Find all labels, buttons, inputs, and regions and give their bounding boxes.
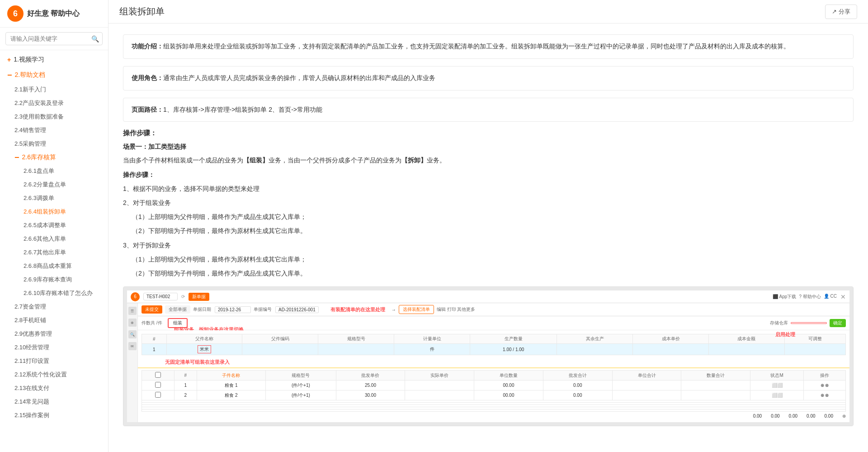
sidebar-item-sales[interactable]: 2.4销售管理 [0, 124, 108, 137]
role-block: 使用角色：通常由生产人员或库管人员完成拆装业务的操作，库管人员确认原材料的出库和… [123, 66, 854, 90]
mock-side-icon-2[interactable]: ⊕ [128, 319, 137, 327]
mock-company-dropdown[interactable]: TEST-H002 [143, 293, 178, 300]
collapse-icon: − [7, 71, 12, 79]
mock-ltd-ap2 [405, 390, 474, 400]
sidebar-header: 6 好生意 帮助中心 [0, 0, 108, 28]
mock-ltd-ut2 [612, 390, 681, 400]
top-bar: 组装拆卸单 ↗ 分享 [108, 0, 868, 24]
mock-td-camount [709, 344, 785, 355]
sidebar-item-inventory-ledger[interactable]: 2.6.9库存账本查询 [0, 273, 108, 286]
sidebar-item-coupon[interactable]: 2.9优惠券管理 [0, 327, 108, 341]
sidebar-item-print[interactable]: 2.11打印设置 [0, 354, 108, 368]
sidebar-item-mobile[interactable]: 2.8手机旺铺 [0, 314, 108, 327]
sidebar-item-inventory-fix[interactable]: 2.6.10库存账本错了怎么办 [0, 286, 108, 300]
search-input[interactable] [5, 32, 103, 45]
share-button[interactable]: ↗ 分享 [825, 5, 857, 19]
mock-close-icon[interactable]: ✕ [840, 293, 846, 300]
mock-total-2: 0.00 [771, 414, 779, 419]
mock-upper-table-container: # 父件名称 父件编码 规格型号 计量单位 生产数量 其余生产 成本单价 成本金 [138, 332, 849, 357]
mock-left-sidebar: ☰ ⊕ 🔍 ✉ [127, 303, 138, 422]
sidebar-item-cost-adjust[interactable]: 2.6.5成本调整单 [0, 219, 108, 232]
sidebar-item-management[interactable]: 2.10经营管理 [0, 341, 108, 354]
mock-lth-ops: 操作 [804, 371, 846, 381]
role-label: 使用角色： [132, 74, 163, 81]
sidebar-group-label: 1.视频学习 [14, 56, 44, 64]
mock-lower-table-container: # 子件名称 规格型号 批发单价 实际单价 单位数量 批发合计 单位合计 数量合 [138, 367, 849, 422]
mock-type-row: 件数共 /件 组装 组装业务、拆卸业务在这里切换 存储仓库 确定 [138, 316, 849, 330]
mock-tab-all[interactable]: 全部单据 [165, 305, 190, 314]
sidebar-item-data-prep[interactable]: 2.3使用前数据准备 [0, 110, 108, 124]
sidebar-group-label: 2.帮助文档 [15, 71, 46, 79]
sidebar-item-help-docs[interactable]: − 2.帮助文档 [0, 67, 108, 83]
mock-td-qty[interactable]: 1.00 / 1.00 [470, 344, 557, 355]
mock-warehouse-input[interactable] [791, 322, 827, 324]
mock-ltd-wt1: 0.00 [543, 381, 612, 390]
mock-ltd-op1[interactable]: ⊕ ⊗ [804, 381, 846, 390]
mock-ltd-qt2 [681, 390, 750, 400]
mock-select-all[interactable] [155, 372, 161, 378]
mock-total-ops: ⊕ [842, 414, 846, 419]
sidebar: 6 好生意 帮助中心 🔍 + 1.视频学习 − 2.帮助文档 2.1新手入门 2… [0, 0, 108, 452]
mock-ltd-check2[interactable] [142, 390, 175, 400]
mock-apps-icon: ⬛ App下载 [773, 294, 796, 300]
sidebar-item-assembly[interactable]: 2.6.4组装拆卸单 [0, 205, 108, 219]
mock-count-label: 件数共 /件 [142, 320, 162, 326]
mock-lth-check[interactable] [142, 371, 175, 381]
step3: 3、对于拆卸业务 [123, 240, 854, 251]
mock-side-icon-4[interactable]: ✉ [128, 342, 137, 350]
sidebar-item-purchase[interactable]: 2.5采购管理 [0, 137, 108, 151]
sidebar-item-install[interactable]: 2.2产品安装及登录 [0, 96, 108, 110]
mock-number-value[interactable]: AD-20191226-001 [275, 306, 319, 313]
table-row [142, 409, 846, 412]
mock-total-1: 0.00 [753, 414, 762, 419]
sidebar-item-case[interactable]: 2.15操作案例 [0, 409, 108, 422]
mock-select-bom-btn[interactable]: 选择装配清单 [399, 305, 434, 314]
mock-number-field: 单据编号 AD-20191226-001 [254, 306, 319, 313]
mock-logo: 6 [131, 292, 140, 301]
mock-tab-uncommitted[interactable]: 未提交 [142, 305, 162, 314]
mock-row-check1[interactable] [155, 382, 161, 388]
mock-ltd-st2: ⬜⬜ [750, 390, 804, 400]
sidebar-item-other-outbound[interactable]: 2.6.7其他出库单 [0, 246, 108, 259]
sidebar-item-stocktake[interactable]: 2.6.1盘点单 [0, 164, 108, 178]
mock-ltd-qt1 [681, 381, 750, 390]
mock-th-extra: 其余生产 [557, 334, 633, 344]
mock-inner-layout: ☰ ⊕ 🔍 ✉ 未提交 全部单据 单据日期 2019-12-26 [127, 303, 849, 422]
sidebar-item-transfer[interactable]: 2.6.3调拨单 [0, 191, 108, 205]
mock-td-parent-name[interactable]: 米米 [166, 344, 242, 355]
step1: 1、根据不同的业务，选择不同单据的类型来处理 [123, 183, 854, 195]
search-icon[interactable]: 🔍 [91, 35, 99, 43]
mock-side-icon-1[interactable]: ☰ [128, 307, 137, 315]
sidebar-item-faq[interactable]: 2.14常见问题 [0, 395, 108, 409]
mock-side-icon-3[interactable]: 🔍 [128, 330, 137, 338]
mock-lth-unit-total: 单位合计 [612, 371, 681, 381]
sidebar-item-beginner[interactable]: 2.1新手入门 [0, 83, 108, 96]
mock-arrow-right: → [392, 307, 396, 312]
mock-ltd-check1[interactable] [142, 381, 175, 390]
sidebar-item-cost-recalc[interactable]: 2.6.8商品成本重算 [0, 259, 108, 273]
sidebar-item-personalize[interactable]: 2.12系统个性化设置 [0, 368, 108, 381]
sidebar-item-payment[interactable]: 2.13在线支付 [0, 381, 108, 395]
mock-confirm-btn[interactable]: 确定 [830, 319, 846, 327]
sidebar-item-video-learning[interactable]: + 1.视频学习 [0, 52, 108, 67]
mock-upper-table-header: # 父件名称 父件编码 规格型号 计量单位 生产数量 其余生产 成本单价 成本金 [142, 334, 846, 344]
page-title: 组装拆卸单 [119, 5, 165, 18]
sidebar-item-partial-stock[interactable]: 2.6.2分量盘点单 [0, 178, 108, 191]
mock-th-cost-amount: 成本金额 [709, 334, 785, 344]
share-icon: ↗ [832, 8, 837, 15]
sidebar-item-finance[interactable]: 2.7资金管理 [0, 300, 108, 314]
sidebar-item-other-inbound[interactable]: 2.6.6其他入库单 [0, 232, 108, 246]
mock-date-value[interactable]: 2019-12-26 [215, 306, 251, 313]
mock-ltd-wt2: 0.00 [543, 390, 612, 400]
mock-row-check2[interactable] [155, 392, 161, 398]
mock-new-doc-btn[interactable]: 新单据 [189, 293, 209, 301]
mock-ltd-ut1 [612, 381, 681, 390]
sidebar-item-inventory[interactable]: − 2.6库存核算 [0, 151, 108, 164]
func-intro-text: 组装拆卸单用来处理企业组装或拆卸等加工业务，支持有固定装配清单的产品加工业务，也… [163, 43, 790, 50]
mock-lth-status: 状态M [750, 371, 804, 381]
mock-ltd-op2[interactable]: ⊕ ⊗ [804, 390, 846, 400]
mock-user-icon: 👤 CC [824, 294, 837, 300]
mock-th-parent-name: 父件名称 [166, 334, 242, 344]
step3-sub1: （1）上部明细为父件明细，最终作为原材料生成其它出库单； [123, 254, 854, 265]
search-box[interactable]: 🔍 [0, 28, 108, 50]
